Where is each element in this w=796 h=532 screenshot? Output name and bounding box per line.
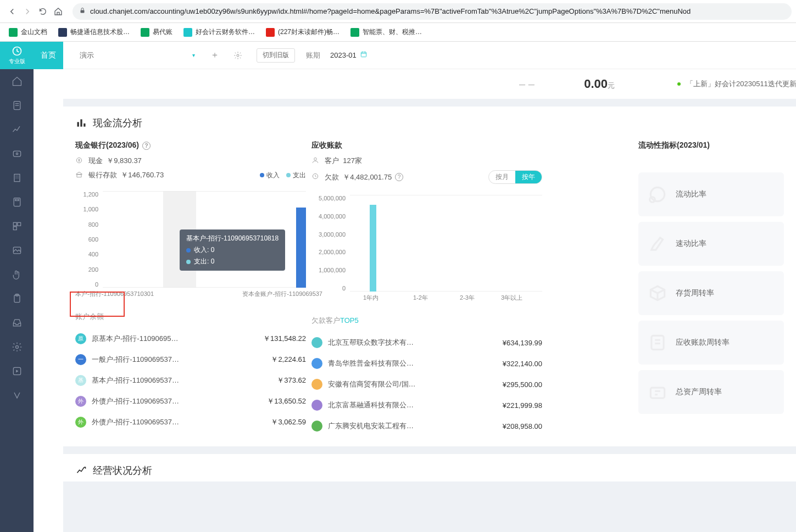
bookmark-item[interactable]: 金山文档 [4,25,52,39]
company-dropdown[interactable]: 演示 ▾ [74,47,201,64]
liquidity-card[interactable]: 速动比率 [638,222,784,266]
chevron-down-icon: ▾ [192,52,195,58]
bookmark-item[interactable]: 易代账 [136,25,177,39]
account-amount: ￥3,062.59 [271,417,306,427]
account-row[interactable]: 外外债户-招行-1109069537…￥3,062.59 [75,412,306,433]
period-value[interactable]: 2023-01 [330,51,357,59]
account-row[interactable]: 一一般户-招行-1109069537…￥2,224.61 [75,349,306,370]
strip-dashes: – – [519,78,535,91]
user-icon [311,156,320,166]
balance-title: 账户余额 [75,312,306,322]
liquidity-card[interactable]: 存货周转率 [638,271,784,315]
toggle-year[interactable]: 按年 [515,171,542,183]
nav-gear-icon[interactable] [0,335,34,359]
cashflow-panel: 现金流分析 现金银行(2023/06) ? 现金 [63,107,796,446]
nav-calc-icon[interactable] [0,190,34,214]
help-icon[interactable]: ? [395,173,403,181]
customer-amount: ¥221,999.98 [503,401,542,410]
panel-header: 现金流分析 [75,116,784,130]
add-button[interactable]: ＋ [206,47,224,64]
nav-grid-icon[interactable] [0,214,34,238]
nav-money-icon[interactable] [0,142,34,166]
main-sidebar: 专业版 [0,42,34,532]
bookmark-item[interactable]: 好会计云财务软件… [179,25,259,39]
customer-badge-icon [311,358,322,369]
liquidity-card[interactable]: 应收账款周转率 [638,321,784,365]
account-name: 基本户-招行-1109069537… [92,376,277,385]
bookmark-item[interactable]: 畅捷通信息技术股… [54,25,134,39]
liquidity-icon [647,382,668,402]
bookmark-favicon [266,28,275,37]
calendar-icon[interactable] [360,51,368,60]
forward-button[interactable] [20,4,35,19]
account-amount: ￥373.62 [277,376,306,385]
customer-name: 安徽有信商贸有限公司/国… [328,379,503,389]
switch-old-button[interactable]: 切到旧版 [257,48,295,63]
customer-name: 广东腾安机电安装工程有… [328,421,503,431]
liquidity-card[interactable]: 流动比率 [638,172,784,216]
bookmark-item[interactable]: (227封未读邮件)畅… [261,25,344,39]
chart-legend: 收入 支出 [253,171,306,180]
deposit-line: 银行存款 ￥146,760.73 收入 支出 [75,170,306,180]
app-logo[interactable]: 专业版 [0,42,34,69]
reload-button[interactable] [35,4,51,19]
account-amount: ￥13,650.52 [267,396,306,406]
nav-image-icon[interactable] [0,238,34,262]
summary-strip: – – 0.00元 「上新」好会计20230511迭代更新 [63,69,796,99]
back-button[interactable] [4,4,20,19]
tab-home[interactable]: 首页 [34,42,63,69]
account-row[interactable]: 外外债户-招行-1109069537…￥13,650.52 [75,391,306,412]
chart-bar[interactable] [370,205,376,292]
ar-bar-chart[interactable]: 5,000,0004,000,0003,000,0002,000,0001,00… [311,195,542,305]
liquidity-icon [647,283,668,304]
top5-row[interactable]: 北京富基融通科技有限公…¥221,999.98 [311,395,542,416]
nav-building-icon[interactable] [0,166,34,190]
customer-amount: ¥322,140.00 [503,360,542,368]
nav-inbox-icon[interactable] [0,311,34,335]
svg-rect-27 [650,388,664,398]
bar-chart-icon [75,117,87,128]
account-row[interactable]: 原原基本户-招行-11090695…￥131,548.22 [75,328,306,349]
trend-icon [75,465,87,476]
nav-hand-icon[interactable] [0,262,34,287]
panel-header: 经营状况分析 [75,464,784,477]
bookmarks-bar: 金山文档畅捷通信息技术股…易代账好会计云财务软件…(227封未读邮件)畅…智能票… [0,23,796,42]
account-row[interactable]: 基基本户-招行-1109069537…￥373.62 [75,370,306,391]
top5-row[interactable]: 安徽有信商贸有限公司/国…¥295,500.00 [311,374,542,395]
period-label: 账期 [306,51,320,60]
customer-name: 青岛华胜普金科技有限公… [328,359,503,368]
nav-chart-icon[interactable] [0,117,34,142]
bookmark-favicon [183,28,192,37]
liq-section-title: 流动性指标(2023/01) [638,141,784,150]
news-indicator-icon [677,82,681,86]
toggle-month[interactable]: 按月 [489,171,515,183]
svg-point-16 [237,54,239,57]
nav-doc-icon[interactable] [0,93,34,117]
cash-line: 现金 ￥9,830.37 [75,156,306,166]
customer-name: 北京互帮联众数字技术有… [328,338,503,348]
nav-clipboard-icon[interactable] [0,287,34,311]
news-text[interactable]: 「上新」好会计20230511迭代更新 [686,79,796,89]
cash-bar-chart[interactable]: 1,2001,0008006004002000 基本户-招行-110906953… [75,191,306,301]
help-icon[interactable]: ? [142,142,151,150]
address-bar[interactable]: cloud.chanjet.com/accounting/uw1eb00zy96… [73,3,792,20]
chart-bar[interactable] [296,208,306,288]
customer-line: 客户 127家 [311,156,542,166]
svg-point-14 [15,346,18,349]
top5-row[interactable]: 广东腾安机电安装工程有…¥208,958.00 [311,416,542,436]
settings-icon[interactable] [229,47,247,64]
svg-rect-17 [361,52,366,57]
liquidity-card[interactable]: 总资产周转率 [638,370,784,414]
browser-toolbar: cloud.chanjet.com/accounting/uw1eb00zy96… [0,0,796,23]
nav-v-icon[interactable] [0,383,34,407]
y-axis: 1,2001,0008006004002000 [75,191,98,288]
nav-home-icon[interactable] [0,69,34,93]
page-tabs: 首页 [34,42,63,532]
owe-line: 欠款 ￥4,482,001.75 ? 按月 按年 [311,170,542,184]
top5-row[interactable]: 北京互帮联众数字技术有…¥634,139.99 [311,332,542,353]
bookmark-item[interactable]: 智能票、财、税推… [346,25,426,39]
home-button[interactable] [51,4,66,19]
nav-play-icon[interactable] [0,359,34,383]
operations-panel: 经营状况分析 [63,454,796,481]
top5-row[interactable]: 青岛华胜普金科技有限公…¥322,140.00 [311,353,542,374]
